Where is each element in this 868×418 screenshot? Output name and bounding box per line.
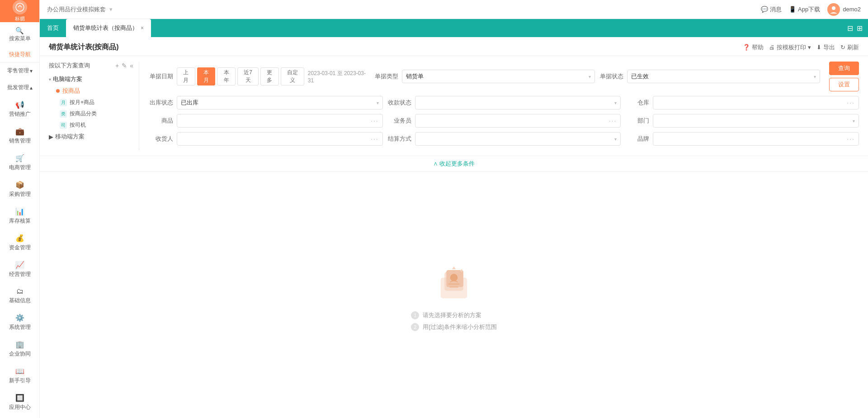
warehouse-control[interactable]: ··· (653, 96, 859, 109)
filter-warehouse: 仓库 ··· (624, 96, 859, 109)
filter-settle: 结算方式 ▾ (387, 132, 621, 146)
query-btn[interactable]: 查询 (829, 62, 859, 75)
tab-active[interactable]: 销货单统计表（按商品） × (66, 19, 151, 37)
basic-label: 基础信息 (9, 297, 31, 304)
sidebar-item-basic[interactable]: 🗂 基础信息 (0, 283, 39, 309)
refresh-btn[interactable]: ↻ 刷新 (840, 43, 859, 52)
filter-receiver: 收货人 ··· (148, 132, 383, 146)
app-logo: 标腮 (0, 0, 40, 22)
settings-btn[interactable]: 设置 (829, 78, 859, 91)
filter-product: 商品 ··· (148, 114, 383, 128)
sidebar-item-guide[interactable]: 📖 新手引导 (0, 362, 39, 389)
product-dots: ··· (371, 117, 379, 124)
collect-status-control[interactable]: ▾ (415, 96, 621, 109)
dept-label: 部门 (624, 117, 649, 125)
period-this-year[interactable]: 本年 (217, 67, 236, 86)
doc-status-control[interactable]: 已生效 ▾ (627, 70, 820, 83)
message-btn[interactable]: 💬 消息 (761, 5, 782, 14)
doc-type-control[interactable]: 销货单 ▾ (402, 70, 595, 83)
content: 销货单统计表(按商品) ❓ 帮助 🖨 按模板打印 ▾ ⬇ 导出 (40, 37, 868, 418)
maximize-icon[interactable]: ⊞ (857, 24, 863, 33)
add-scheme-btn[interactable]: + (115, 62, 119, 69)
mobile-group[interactable]: ▶ 移动端方案 (49, 131, 133, 142)
quicknav-label: 快捷导航 (9, 51, 31, 57)
scheme-by-product[interactable]: 按商品 (49, 85, 133, 97)
period-this-month[interactable]: 本月 (197, 67, 216, 86)
message-label: 消息 (770, 5, 782, 14)
mobile-arrow: ▶ (49, 133, 53, 140)
search-menu[interactable]: 🔍 搜索菜单 (0, 22, 39, 47)
sidebar-item-apps[interactable]: 🔲 应用中心 (0, 389, 39, 416)
period-custom[interactable]: 自定义 (281, 67, 304, 86)
desktop-group[interactable]: ▾ 电脑端方案 (49, 73, 133, 85)
brand-control[interactable]: ··· (653, 132, 859, 146)
minimize-icon[interactable]: ⊟ (847, 24, 853, 33)
period-more[interactable]: 更多 (260, 67, 279, 86)
date-period-btns: 上月 本月 本年 近7天 更多 自定义 (177, 67, 304, 86)
marketing-icon: 📢 (15, 100, 24, 109)
scheme-by-month-product[interactable]: 月 按月+商品 (49, 97, 133, 108)
filter-row-4: 收货人 ··· 结算方式 ▾ (148, 132, 859, 146)
period-last-month[interactable]: 上月 (177, 67, 195, 86)
sidebar-item-finance[interactable]: 💰 资金管理 (0, 229, 39, 256)
sidebar-item-sales[interactable]: 💼 销售管理 (0, 123, 39, 149)
svg-point-0 (16, 3, 24, 11)
scheme-by-category[interactable]: 类 按商品分类 (49, 108, 133, 119)
collapse-scheme-btn[interactable]: « (130, 62, 133, 69)
sidebar-item-marketing[interactable]: 📢 营销推广 (0, 96, 39, 123)
empty-tip-1: 1 请先选择要分析的方案 (411, 311, 496, 319)
sidebar-item-enterprise[interactable]: 🏢 企业协同 (0, 336, 39, 362)
staff-control[interactable]: ··· (415, 114, 621, 128)
out-status-control[interactable]: 已出库 ▾ (177, 96, 383, 109)
user-avatar[interactable]: demo2 (827, 3, 861, 16)
scheme-by-cashier[interactable]: 司 按司机 (49, 119, 133, 131)
help-btn[interactable]: ❓ 帮助 (743, 43, 764, 52)
sidebar-item-inventory[interactable]: 📊 库存核算 (0, 203, 39, 229)
staff-dots: ··· (609, 117, 617, 124)
scheme-icons: + ✎ « (115, 62, 133, 69)
operations-icon: 📈 (15, 261, 24, 269)
period-7days[interactable]: 近7天 (237, 67, 259, 86)
industry-dropdown-icon[interactable]: ▾ (109, 6, 113, 13)
page-header: 销货单统计表(按商品) ❓ 帮助 🖨 按模板打印 ▾ ⬇ 导出 (40, 37, 868, 56)
receiver-control[interactable]: ··· (177, 132, 383, 146)
filter-row-3: 商品 ··· 业务员 ··· (148, 114, 859, 128)
export-label: 导出 (823, 43, 835, 52)
filter-date: 单据日期 上月 本月 本年 近7天 更多 自定义 (148, 67, 370, 86)
settle-arrow: ▾ (614, 137, 617, 142)
retail-arrow: ▾ (30, 68, 33, 74)
desktop-group-label: 电脑端方案 (53, 75, 82, 83)
collapse-bar[interactable]: ∧ 收起更多条件 (40, 156, 868, 172)
sidebar-item-wholesale[interactable]: 批发管理 ▴ (0, 79, 39, 96)
empty-tips: 1 请先选择要分析的方案 2 用[过滤]条件来缩小分析范围 (411, 311, 496, 331)
quick-nav[interactable]: 快捷导航 (0, 47, 39, 62)
by-category-label: 按商品分类 (70, 110, 97, 118)
guide-label: 新手引导 (9, 377, 31, 385)
apps-icon: 🔲 (15, 394, 24, 402)
help-label: 帮助 (752, 43, 764, 52)
category-icon: 类 (60, 110, 67, 118)
wholesale-label: 批发管理 (7, 84, 29, 91)
sidebar-item-retail[interactable]: 零售管理 ▾ (0, 62, 39, 79)
sidebar-item-purchase[interactable]: 📦 采购管理 (0, 176, 39, 203)
main-area: 办公用品行业模拟账套 ▾ 💬 消息 📱 App下载 demo2 首页 (40, 0, 868, 418)
month-product-icon: 月 (60, 99, 67, 106)
sidebar-item-ecommerce[interactable]: 🛒 电商管理 (0, 149, 39, 176)
inventory-icon: 📊 (15, 207, 24, 216)
tab-home[interactable]: 首页 (40, 19, 66, 37)
sidebar-item-system[interactable]: ⚙️ 系统管理 (0, 309, 39, 336)
product-control[interactable]: ··· (177, 114, 383, 128)
settle-label: 结算方式 (387, 135, 411, 143)
edit-scheme-btn[interactable]: ✎ (122, 62, 127, 69)
sidebar-item-operations[interactable]: 📈 经营管理 (0, 256, 39, 283)
doc-status-label: 单据状态 (599, 72, 623, 81)
print-btn[interactable]: 🖨 按模板打印 ▾ (769, 43, 811, 52)
dept-control[interactable]: ▾ (653, 114, 859, 128)
tab-close-icon[interactable]: × (141, 25, 144, 31)
app-download-btn[interactable]: 📱 App下载 (789, 5, 820, 14)
export-btn[interactable]: ⬇ 导出 (816, 43, 835, 52)
message-icon: 💬 (761, 6, 768, 13)
app-name: 标腮 (15, 15, 25, 22)
sidebar-item-wechat[interactable]: 💬 企业微信 (0, 416, 39, 418)
settle-control[interactable]: ▾ (415, 132, 621, 146)
